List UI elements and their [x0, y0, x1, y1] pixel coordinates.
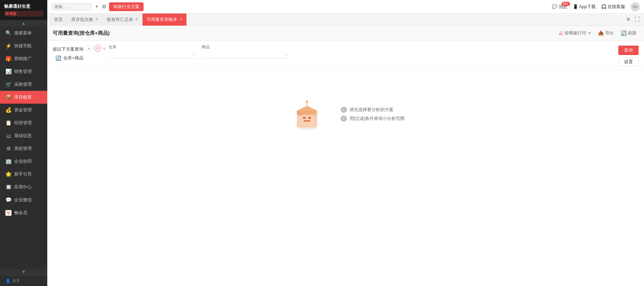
product-more-btn[interactable]: ··· — [283, 52, 289, 57]
edition-badge: 标准版 — [4, 11, 43, 17]
sidebar-item-member[interactable]: V 畅会员 — [0, 206, 47, 219]
sidebar-item-wechat[interactable]: 💬 企业微信 — [0, 193, 47, 206]
product-input[interactable] — [202, 51, 283, 58]
warehouse-more-btn[interactable]: ··· — [190, 52, 196, 57]
sidebar-item-system[interactable]: ⚙ 系统管理 — [0, 142, 47, 155]
empty-tips: 1 请先选择要分析的方案 2 用[过滤]条件来缩小分析范围 — [341, 107, 405, 122]
sidebar-item-operation[interactable]: 📋 经营管理 — [0, 116, 47, 129]
maximize-tab-btn[interactable]: ⛶ — [633, 15, 641, 24]
online-support-btn[interactable]: 🎧 在线客服 — [601, 4, 625, 10]
tab-summary-close[interactable]: ✕ — [135, 17, 138, 22]
sidebar-item-basic[interactable]: 🗂 基础信息 — [0, 129, 47, 142]
tab-home-label: 首页 — [54, 17, 63, 23]
enterprise-icon: 🏢 — [5, 158, 11, 164]
svg-point-10 — [298, 127, 316, 130]
tab-home[interactable]: 首页 — [50, 14, 67, 26]
empty-state: 1 请先选择要分析的方案 2 用[过滤]条件来缩小分析范围 — [47, 70, 644, 158]
sidebar-item-sales[interactable]: 📊 销售管理 — [0, 65, 47, 78]
scheme-item-warehouse[interactable]: 🔄 仓库+商品 — [53, 54, 86, 62]
page-title: 可用量查询(按仓库+商品) — [53, 30, 110, 36]
filter-fields: 仓库 ··· 商品 ··· — [108, 44, 616, 59]
warehouse-input[interactable] — [108, 51, 190, 58]
tab-summary[interactable]: 收发存汇总表 ✕ — [103, 14, 143, 26]
sidebar: 畅康通好生意 标准版 ▲ 🔍 搜索菜单 ⚡ 快捷导航 🎁 营销推广 📊 销售管理… — [0, 0, 47, 286]
tab-summary-label: 收发存汇总表 — [107, 17, 133, 23]
tip-text-1: 请先选择要分析的方案 — [350, 107, 393, 113]
sidebar-item-label: 快捷导航 — [14, 43, 32, 49]
inventory-icon: 📦 — [5, 94, 11, 100]
message-btn[interactable]: 💬 消息 99+ — [552, 4, 567, 10]
finance-icon: 💰 — [5, 107, 11, 113]
sidebar-item-finance[interactable]: 💰 资金管理 — [0, 104, 47, 116]
sidebar-item-label: 库存核算 — [14, 94, 32, 100]
refresh-icon: 🔄 — [621, 30, 626, 36]
chevron-down-icon[interactable]: ▼ — [95, 4, 99, 9]
phone-icon: 📱 — [573, 4, 578, 9]
search-nav-icon: 🔍 — [5, 30, 11, 36]
scheme-settings-btn[interactable]: ⊙ — [94, 45, 101, 52]
sidebar-item-label: 采购管理 — [14, 81, 32, 87]
tab-batch[interactable]: 库存批次账 ✕ — [67, 14, 103, 26]
sidebar-item-purchase[interactable]: 🛒 采购管理 — [0, 78, 47, 91]
print-chevron[interactable]: ▼ — [588, 31, 591, 35]
add-scheme-btn[interactable]: ＋ — [85, 45, 92, 52]
sidebar-item-label: 销售管理 — [14, 69, 32, 75]
avatar[interactable]: Rit — [630, 2, 640, 11]
sidebar-item-label: 基础信息 — [14, 133, 32, 139]
sidebar-scroll: 🔍 搜索菜单 ⚡ 快捷导航 🎁 营销推广 📊 销售管理 🛒 采购管理 📦 库存核… — [0, 27, 47, 268]
sidebar-item-label: 应用中心 — [14, 184, 32, 190]
marketing-icon: 🎁 — [5, 56, 11, 62]
topbar-search-input[interactable] — [51, 3, 92, 10]
topbar-right: 💬 消息 99+ 📱 App下载 🎧 在线客服 Rit — [552, 2, 640, 11]
app-download-btn[interactable]: 📱 App下载 — [573, 4, 596, 10]
user-name: 设置 — [12, 278, 20, 283]
sales-icon: 📊 — [5, 69, 11, 75]
sidebar-scroll-down[interactable]: ▼ — [0, 268, 47, 275]
product-field-label: 商品 — [202, 44, 289, 50]
scheme-item-label: 仓库+商品 — [63, 55, 83, 61]
refresh-btn[interactable]: 🔄 刷新 — [619, 29, 639, 37]
collapse-btn[interactable]: « — [103, 46, 106, 51]
main-area: ▼ ⚙ 体验行业方案 💬 消息 99+ 📱 App下载 🎧 在线客服 Rit — [47, 0, 644, 286]
sidebar-header: 畅康通好生意 标准版 — [0, 0, 47, 20]
tip-item-2: 2 用[过滤]条件来缩小分析范围 — [341, 115, 405, 122]
svg-rect-4 — [301, 115, 313, 124]
gear-icon[interactable]: ⚙ — [102, 3, 106, 10]
sidebar-item-enterprise[interactable]: 🏢 企业协同 — [0, 155, 47, 168]
tabs-actions: ✕ ⛶ — [625, 15, 641, 24]
filter-label: 按以下方案查询 — [53, 44, 83, 52]
sidebar-item-label: 营销推广 — [14, 56, 32, 62]
tab-available[interactable]: 可用量库存账本 ✕ — [143, 14, 187, 26]
page-header: 可用量查询(按仓库+商品) 🖨 按模板打印 ▼ 📤 导出 🔄 刷新 — [47, 26, 644, 41]
sidebar-item-search[interactable]: 🔍 搜索菜单 — [0, 27, 47, 40]
sidebar-item-marketing[interactable]: 🎁 营销推广 — [0, 52, 47, 65]
operation-icon: 📋 — [5, 120, 11, 126]
sidebar-item-appstore[interactable]: 🔲 应用中心 — [0, 181, 47, 193]
refresh-label: 刷新 — [628, 30, 637, 36]
tab-available-label: 可用量库存账本 — [147, 17, 177, 23]
industry-btn[interactable]: 体验行业方案 — [109, 2, 144, 11]
tab-available-close[interactable]: ✕ — [179, 17, 182, 22]
page-content: 可用量查询(按仓库+商品) 🖨 按模板打印 ▼ 📤 导出 🔄 刷新 — [47, 26, 644, 286]
export-icon: 📤 — [598, 30, 604, 36]
query-button[interactable]: 查询 — [618, 46, 639, 55]
print-btn[interactable]: 🖨 按模板打印 ▼ — [556, 29, 593, 37]
tip-num-1: 1 — [341, 107, 347, 113]
tip-item-1: 1 请先选择要分析的方案 — [341, 107, 405, 113]
sidebar-item-label: 搜索菜单 — [14, 30, 32, 36]
svg-point-9 — [306, 101, 308, 103]
settings-button[interactable]: 设置 — [618, 57, 639, 67]
newbie-icon: 🌟 — [5, 171, 11, 177]
sidebar-item-inventory[interactable]: 📦 库存核算 — [0, 91, 47, 104]
sidebar-item-shortcut[interactable]: ⚡ 快捷导航 — [0, 40, 47, 52]
tab-batch-label: 库存批次账 — [71, 17, 93, 23]
tab-batch-close[interactable]: ✕ — [95, 17, 98, 22]
svg-rect-6 — [308, 117, 311, 119]
export-btn[interactable]: 📤 导出 — [596, 29, 616, 37]
sidebar-scroll-up[interactable]: ▲ — [0, 20, 47, 27]
sidebar-bottom[interactable]: 👤 设置 — [0, 275, 47, 286]
sidebar-item-newbie[interactable]: 🌟 新手引导 — [0, 168, 47, 181]
tip-num-2: 2 — [341, 115, 347, 122]
svg-rect-7 — [304, 120, 310, 122]
close-tab-btn[interactable]: ✕ — [625, 15, 632, 24]
